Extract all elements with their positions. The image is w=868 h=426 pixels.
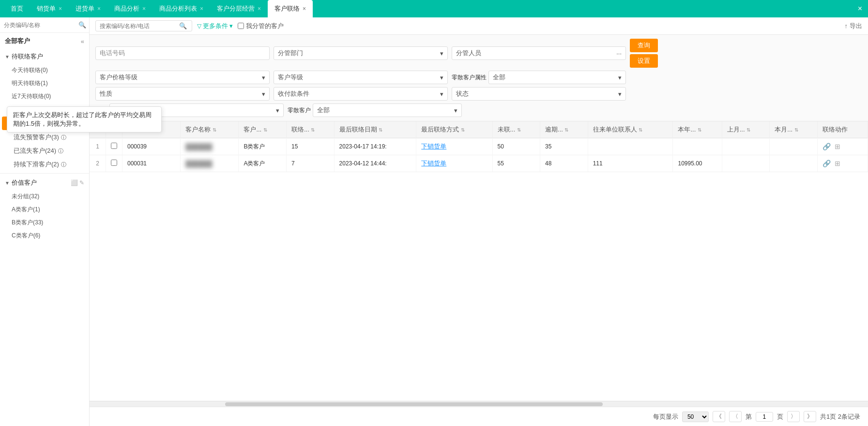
retail-attr-select[interactable]: 全部 ▾	[488, 71, 626, 84]
col-this-month[interactable]: 本月... ⇅	[770, 121, 818, 138]
manager-select[interactable]: 分管人员 ···	[452, 46, 626, 60]
sidebar-section-pending[interactable]: ▼ 待联络客户	[0, 49, 89, 64]
query-button[interactable]: 查询	[630, 39, 658, 52]
row1-contact-count: 15	[286, 138, 334, 155]
sidebar-item-churn-warning[interactable]: 流失预警客户(3) ⓘ	[0, 131, 89, 144]
col-last-month[interactable]: 上月... ⇅	[722, 121, 770, 138]
per-page-select[interactable]: 50 100 200	[682, 411, 709, 422]
tooltip-box: 距客户上次交易时长，超过了此客户的平均交易周期的1.5倍，则视为异常。	[7, 106, 90, 132]
gender-select[interactable]: 性质 ▾	[95, 87, 270, 101]
row1-checkbox[interactable]	[106, 138, 122, 155]
nav-customer-contact[interactable]: 客户联络 ×	[268, 0, 313, 17]
sidebar-item-declining[interactable]: 持续下滑客户(2) ⓘ	[0, 158, 89, 171]
row1-type: B类客户	[239, 138, 287, 155]
close-purchase-order-icon[interactable]: ×	[97, 5, 101, 12]
sidebar-item-churned[interactable]: 已流失客户(24) ⓘ	[0, 144, 89, 158]
retail-customer-chevron-icon: ▾	[454, 107, 457, 114]
close-sales-order-icon[interactable]: ×	[59, 5, 62, 12]
overdue-sort-icon: ⇅	[564, 127, 568, 132]
sidebar-item-class-a[interactable]: A类客户(1)	[0, 203, 89, 216]
row2-last-month	[722, 155, 770, 172]
total-records-label: 共1页 2条记录	[820, 412, 860, 421]
col-type[interactable]: 客户... ⇅	[239, 121, 287, 138]
prev-page-button[interactable]: 〈	[729, 411, 742, 422]
phone-field[interactable]: 电话号码	[95, 46, 270, 60]
sidebar-item-7days[interactable]: 近7天待联络(0)	[0, 90, 89, 103]
nav-customer-stratification[interactable]: 客户分层经营 ×	[210, 0, 268, 17]
scrollbar-thumb[interactable]	[225, 402, 603, 406]
row2-grid-icon[interactable]: ⊞	[835, 160, 840, 167]
row1-select-checkbox[interactable]	[111, 143, 117, 149]
year-sort-icon: ⇅	[698, 127, 701, 132]
filter-icon: ▽	[197, 23, 201, 29]
col-overdue[interactable]: 逾期... ⇅	[540, 121, 588, 138]
advanced-filters: 电话号码 分管部门 ▾ 分管人员 ··· 查询 设置 客户价格等级	[90, 35, 868, 121]
main-search-input[interactable]	[100, 23, 177, 29]
main-search-icon[interactable]: 🔍	[179, 22, 187, 29]
row2-contact-count: 7	[286, 155, 334, 172]
payment-select[interactable]: 收付款条件 ▾	[274, 87, 448, 101]
row2-link-icon[interactable]: 🔗	[822, 160, 831, 167]
row1-actions: 🔗 ⊞	[817, 138, 868, 155]
row1-grid-icon[interactable]: ⊞	[835, 143, 840, 150]
sidebar-item-class-c[interactable]: C类客户(6)	[0, 229, 89, 242]
col-this-year[interactable]: 本年... ⇅	[673, 121, 722, 138]
row1-link-icon[interactable]: 🔗	[822, 143, 831, 150]
settings-button[interactable]: 设置	[630, 54, 658, 68]
nav-home[interactable]: 首页	[4, 0, 30, 17]
sidebar-item-tomorrow[interactable]: 明天待联络(1)	[0, 77, 89, 90]
customer-level-chevron-icon: ▾	[440, 74, 443, 81]
row1-name: ██████	[181, 138, 239, 155]
filter-row-1: 电话号码 分管部门 ▾ 分管人员 ··· 查询 设置	[95, 39, 862, 68]
sidebar-search-icon[interactable]: 🔍	[78, 21, 86, 29]
retail-customer-select[interactable]: 全部 ▾	[313, 103, 462, 117]
my-customer-check[interactable]	[238, 23, 244, 29]
dept-select[interactable]: 分管部门 ▾	[274, 46, 448, 60]
close-customer-stratification-icon[interactable]: ×	[258, 5, 261, 12]
next-page-button[interactable]: 〉	[787, 411, 800, 422]
col-last-contact-method[interactable]: 最后联络方式 ⇅	[416, 121, 492, 138]
row2-last-method[interactable]: 下销货单	[416, 155, 492, 172]
table-row: 2 000031 ██████ A类客户 7 2023-04-12 14:44:…	[90, 155, 868, 172]
close-product-analysis-list-icon[interactable]: ×	[200, 5, 203, 12]
filter-bar: 🔍 ▽ 更多条件 ▾ 我分管的客户 ↑ 导出	[90, 17, 868, 35]
my-customer-checkbox[interactable]: 我分管的客户	[238, 22, 284, 30]
row2-checkbox[interactable]	[106, 155, 122, 172]
page-number-input[interactable]	[756, 412, 773, 422]
close-product-analysis-icon[interactable]: ×	[142, 5, 146, 12]
sidebar-item-class-b[interactable]: B类客户(33)	[0, 216, 89, 229]
price-level-select[interactable]: 客户价格等级 ▾	[95, 71, 270, 84]
first-page-button[interactable]: 《	[713, 411, 725, 422]
customer-level-select[interactable]: 客户等级 ▾	[274, 71, 448, 84]
more-conditions-button[interactable]: ▽ 更多条件 ▾	[197, 22, 233, 30]
nav-product-analysis-list[interactable]: 商品分析列表 ×	[152, 0, 210, 17]
row2-this-month	[770, 155, 818, 172]
status-select[interactable]: 状态 ▾	[452, 87, 626, 101]
row2-select-checkbox[interactable]	[111, 160, 117, 166]
sidebar-section-value[interactable]: ▼ 价值客户 ⬜ ✎	[0, 176, 89, 190]
col-name[interactable]: 客户名称 ⇅	[181, 121, 239, 138]
last-page-button[interactable]: 》	[804, 411, 816, 422]
triangle-down-icon2: ▼	[5, 180, 10, 186]
sidebar-collapse-icon[interactable]: «	[81, 38, 84, 45]
horizontal-scrollbar[interactable]	[90, 401, 868, 407]
window-close-button[interactable]: ×	[858, 4, 862, 13]
gender-chevron-icon: ▾	[262, 90, 265, 98]
nav-purchase-order[interactable]: 进货单 ×	[69, 0, 107, 17]
sidebar-search-input[interactable]	[4, 22, 76, 29]
close-customer-contact-icon[interactable]: ×	[303, 5, 306, 12]
export-button[interactable]: ↑ 导出	[845, 22, 863, 30]
col-last-contact-date[interactable]: 最后联络日期 ⇅	[334, 121, 416, 138]
col-uncontact-days[interactable]: 未联... ⇅	[492, 121, 540, 138]
nav-sales-order[interactable]: 销货单 ×	[30, 0, 69, 17]
sidebar-item-unclassified[interactable]: 未分组(32)	[0, 190, 89, 203]
row1-last-method[interactable]: 下销货单	[416, 138, 492, 155]
nav-product-analysis[interactable]: 商品分析 ×	[107, 0, 152, 17]
uncontact-sort-icon: ⇅	[517, 127, 521, 132]
sidebar-item-today[interactable]: 今天待联络(0)	[0, 64, 89, 77]
col-unit-contact[interactable]: 往来单位联系人 ⇅	[588, 121, 673, 138]
date-sort-icon: ⇅	[379, 127, 382, 132]
edit-group-icon[interactable]: ⬜ ✎	[71, 179, 84, 186]
sidebar: 🔍 全部客户 « ▼ 待联络客户 今天待联络(0) 明天待联络(1) 近7天待联…	[0, 17, 90, 426]
col-contact-count[interactable]: 联络... ⇅	[286, 121, 334, 138]
